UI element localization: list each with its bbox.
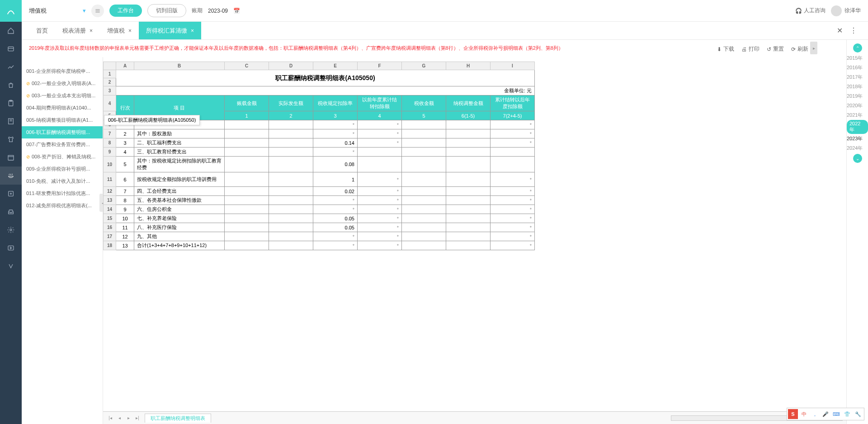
tab-2[interactable]: 增值税× <box>100 22 139 39</box>
nav-clipboard-icon[interactable] <box>0 94 22 112</box>
svg-point-11 <box>10 229 12 231</box>
sheet-nav-first[interactable]: |◂ <box>107 415 114 420</box>
svg-rect-9 <box>9 191 14 196</box>
nav-home-icon[interactable] <box>0 22 22 40</box>
reset-button[interactable]: ↺重置 <box>767 45 784 53</box>
headset-icon: 🎧 <box>795 8 802 14</box>
chevron-down-icon: ▾ <box>83 7 86 14</box>
warning-notice: 2019年度涉及取以前年度结转数据的申报表单元格需要手工维护正确，才能保证本年及… <box>22 40 808 57</box>
nav-inbox-icon[interactable] <box>0 203 22 221</box>
nav-bag-icon[interactable] <box>0 76 22 94</box>
svg-marker-13 <box>10 247 12 249</box>
print-icon: 🖨 <box>741 46 747 52</box>
ime-tool-icon[interactable]: 🔧 <box>853 409 863 419</box>
worktable-button[interactable]: 工作台 <box>109 5 142 17</box>
tree-item-10[interactable]: 011-研发费用加计扣除优惠... <box>22 187 103 200</box>
ime-skin-icon[interactable]: 👕 <box>842 409 852 419</box>
spreadsheet[interactable]: ABCDEFGHI1职工薪酬纳税调整明细表(A105050)23金额单位: 元4… <box>103 62 846 411</box>
ime-toolbar: S 中 ， 🎤 ⌨ 👕 🔧 <box>787 408 864 420</box>
ime-logo-icon[interactable]: S <box>788 409 798 419</box>
tree-item-5[interactable]: 006-职工薪酬纳税调整明细... <box>22 126 103 138</box>
close-all-tabs[interactable]: ✕ <box>833 26 846 35</box>
period-value[interactable]: 2023-09 <box>208 8 228 14</box>
calendar-icon[interactable]: 📅 <box>233 8 240 14</box>
refresh-button[interactable]: ⟳刷新 <box>791 45 808 53</box>
reset-icon: ↺ <box>767 46 771 52</box>
nav-shirt-icon[interactable] <box>0 130 22 148</box>
sheet-tab-bar: |◂ ◂ ▸ ▸| 职工薪酬纳税调整明细表 <box>103 411 846 424</box>
year-2018年[interactable]: 2018年 <box>847 82 868 91</box>
sheet-nav-prev[interactable]: ◂ <box>116 415 123 420</box>
warn-icon: ⊘ <box>26 81 30 86</box>
avatar-icon <box>831 5 842 16</box>
tree-item-6[interactable]: 007-广告费和业务宣传费跨... <box>22 138 103 151</box>
svg-rect-0 <box>8 47 14 51</box>
company-select[interactable]: 增值税 ▾ <box>29 7 86 15</box>
form-tree-panel: 001-企业所得税年度纳税申...⊘002-一般企业收入明细表(A...⊘003… <box>22 40 103 424</box>
tree-item-8[interactable]: 009-企业所得税弥补亏损明... <box>22 163 103 175</box>
left-sidebar <box>0 0 22 424</box>
tab-0[interactable]: 首页 <box>29 22 55 39</box>
tree-item-3[interactable]: 004-期间费用明细表(A1040... <box>22 102 103 114</box>
sheet-toolbar: ⬇下载 🖨打印 ↺重置 ⟳刷新 <box>717 45 808 53</box>
nav-v-icon[interactable] <box>0 257 22 275</box>
tree-item-11[interactable]: 012-减免所得税优惠明细表(... <box>22 200 103 212</box>
year-scroll-up[interactable]: ⌃ <box>853 43 862 52</box>
tabs-menu[interactable]: ⋮ <box>846 26 861 35</box>
year-2021年[interactable]: 2021年 <box>847 110 868 120</box>
consult-link[interactable]: 🎧 人工咨询 <box>795 7 826 14</box>
svg-rect-12 <box>8 246 14 250</box>
nav-video-icon[interactable] <box>0 239 22 257</box>
tree-item-tooltip: 006-职工薪酬纳税调整明细表(A105050) <box>104 115 200 125</box>
sheet-nav-next[interactable]: ▸ <box>125 415 132 420</box>
ime-lang[interactable]: 中 <box>799 409 809 419</box>
logo-icon[interactable] <box>0 0 22 22</box>
ime-mic-icon[interactable]: 🎤 <box>821 409 830 419</box>
nav-chart-icon[interactable] <box>0 58 22 76</box>
ime-punct[interactable]: ， <box>810 409 820 419</box>
year-2019年[interactable]: 2019年 <box>847 91 868 101</box>
tab-close-icon[interactable]: × <box>90 28 93 34</box>
topbar: 增值税 ▾ 工作台 切到旧版 账期 2023-09 📅 🎧 人工咨询 徐泽华 <box>22 0 868 22</box>
tab-3[interactable]: 所得税汇算清缴× <box>139 22 201 39</box>
year-2016年[interactable]: 2016年 <box>847 63 868 72</box>
year-2024年[interactable]: 2024年 <box>847 143 868 153</box>
tree-item-9[interactable]: 010-免税、减计收入及加计... <box>22 175 103 187</box>
year-panel: ⌃ 2015年2016年2017年2018年2019年2020年2021年202… <box>846 40 868 424</box>
nav-card-icon[interactable] <box>0 40 22 58</box>
tab-1[interactable]: 税表清册× <box>55 22 100 39</box>
year-2020年[interactable]: 2020年 <box>847 101 868 110</box>
sheet-tab[interactable]: 职工薪酬纳税调整明细表 <box>145 414 211 423</box>
tree-item-4[interactable]: 005-纳税调整项目明细表(A1... <box>22 114 103 126</box>
year-2023年[interactable]: 2023年 <box>847 134 868 143</box>
nav-tag-icon[interactable] <box>0 185 22 203</box>
warn-icon: ⊘ <box>26 154 30 159</box>
user-menu[interactable]: 徐泽华 <box>831 5 861 16</box>
tab-close-icon[interactable]: × <box>191 28 194 34</box>
spreadsheet-area: 2019年度涉及取以前年度结转数据的申报表单元格需要手工维护正确，才能保证本年及… <box>103 40 846 424</box>
year-scroll-down[interactable]: ⌄ <box>853 154 862 163</box>
tree-item-2[interactable]: ⊘003-一般企业成本支出明细... <box>22 90 103 102</box>
tab-bar: 首页税表清册×增值税×所得税汇算清缴× ✕ ⋮ <box>22 22 868 40</box>
nav-food-icon[interactable] <box>0 167 22 185</box>
tree-item-0[interactable]: 001-企业所得税年度纳税申... <box>22 65 103 77</box>
list-icon-button[interactable] <box>91 5 104 17</box>
sheet-nav: |◂ ◂ ▸ ▸| <box>107 415 141 420</box>
year-2017年[interactable]: 2017年 <box>847 72 868 82</box>
tree-item-1[interactable]: ⊘002-一般企业收入明细表(A... <box>22 77 103 90</box>
print-button[interactable]: 🖨打印 <box>741 45 760 53</box>
ime-keyboard-icon[interactable]: ⌨ <box>831 409 841 419</box>
refresh-icon: ⟳ <box>791 46 796 52</box>
nav-calendar-icon[interactable] <box>0 148 22 167</box>
tree-item-7[interactable]: ⊘008-资产折旧、摊销及纳税... <box>22 151 103 163</box>
svg-point-10 <box>10 193 12 195</box>
tab-close-icon[interactable]: × <box>128 28 132 34</box>
oldversion-button[interactable]: 切到旧版 <box>147 4 186 17</box>
download-button[interactable]: ⬇下载 <box>717 45 734 53</box>
year-2015年[interactable]: 2015年 <box>847 53 868 63</box>
year-2022年[interactable]: 2022年 <box>847 120 868 134</box>
nav-book-icon[interactable] <box>0 112 22 130</box>
sheet-nav-last[interactable]: ▸| <box>134 415 141 420</box>
expand-marker[interactable]: ▸ <box>810 42 817 54</box>
nav-gear-icon[interactable] <box>0 221 22 239</box>
